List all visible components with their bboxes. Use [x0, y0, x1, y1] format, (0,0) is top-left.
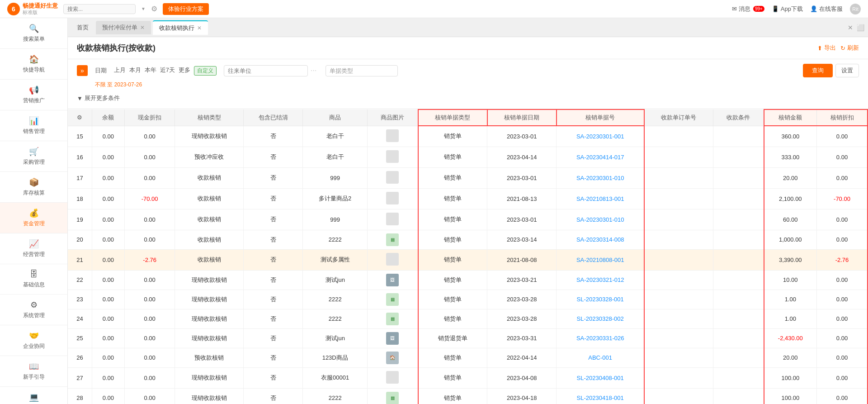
cell-balance: 0.00	[92, 126, 124, 147]
cell-settled: 否	[243, 147, 303, 167]
sidebar-item-corp[interactable]: 🤝 企业协同	[0, 325, 67, 356]
app-download-button[interactable]: 📱 App下载	[772, 5, 803, 13]
sidebar-item-inventory[interactable]: 📦 库存核算	[0, 172, 67, 203]
sidebar-item-purchase[interactable]: 🛒 采购管理	[0, 141, 67, 172]
user-avatar[interactable]: Rit	[850, 4, 861, 14]
cell-receipt-condition	[713, 188, 764, 209]
writeoff-bill-link[interactable]: SA-20210808-001	[576, 257, 624, 263]
cell-writeoff-bill-no[interactable]: SA-20230321-012	[557, 270, 644, 290]
partner-dots-icon[interactable]: ···	[311, 67, 316, 75]
cell-product-img: ▦	[367, 388, 418, 404]
partner-input[interactable]	[224, 65, 308, 76]
date-this-year[interactable]: 本年	[145, 66, 156, 76]
writeoff-bill-link[interactable]: SA-20230301-010	[576, 216, 624, 223]
writeoff-bill-link[interactable]: SA-20230321-012	[576, 276, 624, 283]
cell-writeoff-bill-no[interactable]: SA-20230301-010	[557, 209, 644, 230]
query-button[interactable]: 查询	[803, 64, 833, 77]
date-custom[interactable]: 自定义	[194, 66, 217, 76]
sidebar-item-marketing[interactable]: 📢 营销推广	[0, 80, 67, 110]
maximize-icon[interactable]: ⬜	[857, 24, 864, 31]
cell-product-img	[367, 126, 418, 147]
table-container[interactable]: ⚙ 余额 现金折扣 核销类型 包含已结清 商品 商品图片 核销单据类型 核销单据…	[68, 109, 868, 404]
writeoff-bill-link[interactable]: SA-20230414-017	[576, 154, 624, 161]
cell-product-img	[367, 188, 418, 209]
tab-prepay-close-icon[interactable]: ✕	[140, 24, 145, 31]
settings-icon[interactable]: ⚙	[151, 5, 157, 13]
cell-type: 收款核销	[175, 249, 243, 270]
cell-receipt-condition	[713, 328, 764, 348]
writeoff-bill-link[interactable]: SL-20230418-001	[577, 394, 624, 401]
cell-writeoff-discount: 0.00	[817, 270, 868, 290]
writeoff-bill-link[interactable]: SA-20230301-001	[576, 133, 624, 140]
writeoff-bill-link[interactable]: SL-20230328-001	[577, 296, 624, 303]
receipt-type-select[interactable]: 单据类型	[326, 65, 398, 76]
cell-receipt-order	[644, 388, 713, 404]
cell-writeoff-bill-no[interactable]: SL-20230418-001	[557, 388, 644, 404]
sidebar-item-search[interactable]: 🔍 搜索菜单	[0, 18, 67, 49]
search-input[interactable]	[63, 4, 136, 14]
setting-button[interactable]: 设置	[835, 64, 859, 77]
collapse-button[interactable]: »	[77, 65, 88, 76]
refresh-button[interactable]: ↻ 刷新	[840, 44, 859, 52]
sidebar-item-guide[interactable]: 📖 新手引导	[0, 356, 67, 387]
cell-cash-discount: 0.00	[124, 367, 175, 388]
cell-writeoff-bill-no[interactable]: SA-20230314-008	[557, 230, 644, 249]
cell-receipt-order	[644, 367, 713, 388]
industry-button[interactable]: 体验行业方案	[163, 3, 209, 15]
col-balance: 余额	[92, 109, 124, 126]
col-gear[interactable]: ⚙	[68, 109, 92, 126]
writeoff-bill-link[interactable]: SA-20230314-008	[576, 236, 624, 243]
sidebar-item-sales[interactable]: 📊 销售管理	[0, 110, 67, 141]
close-window-icon[interactable]: ✕	[848, 24, 853, 31]
refresh-label: 刷新	[847, 44, 859, 52]
cell-writeoff-amount: 360.00	[764, 126, 817, 147]
sidebar-item-system[interactable]: ⚙ 系统管理	[0, 295, 67, 325]
cell-writeoff-bill-no[interactable]: SA-20230301-010	[557, 167, 644, 188]
cell-writeoff-bill-no[interactable]: SA-20230331-026	[557, 328, 644, 348]
col-receipt-condition: 收款条件	[713, 109, 764, 126]
cell-writeoff-bill-no[interactable]: SA-20210813-001	[557, 188, 644, 209]
message-button[interactable]: ✉ 消息 99+	[732, 5, 764, 13]
cell-writeoff-bill-no[interactable]: SA-20230301-001	[557, 126, 644, 147]
date-last-month[interactable]: 上月	[114, 66, 126, 76]
date-last-7[interactable]: 近7天	[160, 66, 175, 76]
cell-writeoff-bill-no[interactable]: ABC-001	[557, 348, 644, 367]
cell-writeoff-bill-no[interactable]: SL-20230408-001	[557, 367, 644, 388]
online-service-button[interactable]: 👤 在线客服	[810, 5, 843, 13]
date-this-month[interactable]: 本月	[129, 66, 141, 76]
writeoff-bill-link[interactable]: SA-20210813-001	[576, 195, 624, 202]
writeoff-bill-link[interactable]: SA-20230331-026	[576, 335, 624, 342]
writeoff-bill-link[interactable]: SL-20230408-001	[577, 375, 624, 381]
cell-writeoff-bill-date: 2023-03-21	[487, 270, 557, 290]
cell-type: 现销收款核销	[175, 367, 243, 388]
expand-button[interactable]: ▼ 展开更多条件	[77, 94, 120, 102]
tab-writeoff[interactable]: 收款核销执行 ✕	[153, 20, 208, 35]
cell-product-img	[367, 147, 418, 167]
writeoff-bill-link[interactable]: SL-20230328-002	[577, 315, 624, 322]
cell-writeoff-bill-no[interactable]: SL-20230328-002	[557, 309, 644, 328]
sidebar-label-guide: 新手引导	[23, 373, 45, 381]
cell-writeoff-bill-no[interactable]: SA-20230414-017	[557, 147, 644, 167]
export-button[interactable]: ⬆ 导出	[817, 44, 836, 52]
dropdown-arrow-icon[interactable]: ▼	[141, 6, 146, 11]
corp-icon: 🤝	[29, 331, 39, 341]
cell-balance: 0.00	[92, 290, 124, 309]
cell-writeoff-discount: -70.00	[817, 188, 868, 209]
cell-writeoff-bill-no[interactable]: SA-20210808-001	[557, 249, 644, 270]
cell-writeoff-discount: 0.00	[817, 328, 868, 348]
sidebar-item-basic-info[interactable]: 🗄 基础信息	[0, 264, 67, 295]
tab-prepay[interactable]: 预付冲应付单 ✕	[96, 21, 151, 34]
refresh-icon: ↻	[840, 45, 845, 52]
sidebar-item-operations[interactable]: 📈 经营管理	[0, 233, 67, 264]
sidebar-item-finance[interactable]: 💰 资金管理	[0, 203, 67, 233]
tab-prepay-label: 预付冲应付单	[102, 24, 137, 32]
tab-writeoff-close-icon[interactable]: ✕	[197, 25, 202, 31]
cell-writeoff-bill-date: 2023-03-31	[487, 328, 557, 348]
sidebar-item-quicknav[interactable]: 🏠 快捷导航	[0, 49, 67, 80]
writeoff-bill-link[interactable]: ABC-001	[588, 354, 612, 361]
sidebar-item-hardware[interactable]: 💻 智能硬件	[0, 387, 67, 404]
writeoff-bill-link[interactable]: SA-20230301-010	[576, 175, 624, 181]
cell-writeoff-bill-no[interactable]: SL-20230328-001	[557, 290, 644, 309]
tab-home[interactable]: 首页	[71, 21, 94, 34]
date-more[interactable]: 更多	[179, 66, 190, 76]
